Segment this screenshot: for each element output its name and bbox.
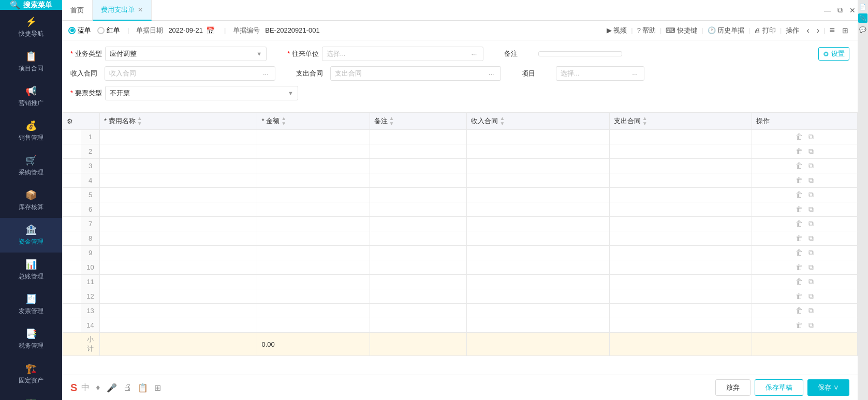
- row-amount-cell[interactable]: [257, 144, 370, 159]
- sidebar-search[interactable]: 🔍 搜索菜单: [0, 0, 62, 10]
- sidebar-item-purchase[interactable]: 🛒 采购管理: [0, 149, 62, 183]
- expense-contract-more[interactable]: ···: [487, 70, 496, 78]
- right-panel-chat-btn[interactable]: 💬: [858, 25, 867, 34]
- footer-icon-grid[interactable]: ⊞: [152, 382, 163, 394]
- minimize-btn[interactable]: —: [822, 5, 833, 16]
- row-amount-cell[interactable]: [257, 260, 370, 275]
- row-income-cell[interactable]: [467, 217, 609, 231]
- row-name-cell[interactable]: [100, 173, 257, 188]
- row-income-cell[interactable]: [467, 173, 609, 188]
- right-panel-attach-btn[interactable]: 📎: [858, 13, 867, 23]
- row-name-cell[interactable]: [100, 260, 257, 275]
- remark-input[interactable]: [538, 51, 622, 56]
- discard-button[interactable]: 放弃: [715, 379, 751, 396]
- restore-btn[interactable]: ⧉: [835, 5, 845, 16]
- blue-bill-radio[interactable]: 蓝单: [68, 26, 91, 35]
- sidebar-item-project-contract[interactable]: 📋 项目合同: [0, 45, 62, 79]
- th-income[interactable]: 收入合同 ▲▼: [467, 113, 609, 130]
- sidebar-item-tax[interactable]: 📑 税务管理: [0, 322, 62, 357]
- ops-btn[interactable]: 操作: [783, 25, 802, 36]
- row-delete-btn[interactable]: 🗑: [793, 204, 805, 214]
- tab-expense-close[interactable]: ✕: [138, 6, 143, 13]
- row-income-cell[interactable]: [467, 260, 609, 275]
- row-amount-cell[interactable]: [257, 130, 370, 144]
- row-income-cell[interactable]: [467, 144, 609, 159]
- sidebar-item-marketing[interactable]: 📢 营销推广: [0, 79, 62, 114]
- row-delete-btn[interactable]: 🗑: [793, 248, 805, 257]
- row-delete-btn[interactable]: 🗑: [793, 277, 805, 286]
- row-income-cell[interactable]: [467, 289, 609, 304]
- row-amount-cell[interactable]: [257, 202, 370, 217]
- save-draft-button[interactable]: 保存草稿: [755, 379, 803, 396]
- footer-icon-mic[interactable]: 🎤: [105, 382, 119, 394]
- row-name-cell[interactable]: [100, 159, 257, 173]
- sidebar-item-capital[interactable]: 🏦 资金管理: [0, 218, 62, 253]
- row-expense-cell[interactable]: [609, 289, 752, 304]
- footer-icon-diamond[interactable]: ♦: [94, 382, 102, 393]
- income-contract-input[interactable]: 收入合同 ···: [105, 66, 275, 81]
- sidebar-item-salary[interactable]: 💵 工资: [0, 391, 62, 400]
- print-btn[interactable]: 🖨 打印: [751, 25, 779, 36]
- row-expense-cell[interactable]: [609, 202, 752, 217]
- row-name-cell[interactable]: [100, 144, 257, 159]
- row-copy-btn[interactable]: ⧉: [806, 161, 816, 170]
- row-expense-cell[interactable]: [609, 260, 752, 275]
- row-copy-btn[interactable]: ⧉: [806, 248, 816, 257]
- row-delete-btn[interactable]: 🗑: [793, 219, 805, 228]
- row-name-cell[interactable]: [100, 275, 257, 289]
- row-amount-cell[interactable]: [257, 188, 370, 202]
- footer-icon-zhong[interactable]: 中: [79, 381, 92, 394]
- row-expense-cell[interactable]: [609, 130, 752, 144]
- row-copy-btn[interactable]: ⧉: [806, 190, 816, 199]
- th-note[interactable]: 备注 ▲▼: [370, 113, 467, 130]
- row-delete-btn[interactable]: 🗑: [793, 175, 805, 185]
- expense-contract-input[interactable]: 支出合同 ···: [330, 66, 501, 81]
- row-note-cell[interactable]: [370, 188, 467, 202]
- invoice-type-select[interactable]: 不开票 ▼: [105, 86, 298, 100]
- row-income-cell[interactable]: [467, 246, 609, 260]
- row-copy-btn[interactable]: ⧉: [806, 146, 816, 156]
- th-name[interactable]: * 费用名称 ▲▼: [100, 113, 257, 130]
- row-income-cell[interactable]: [467, 202, 609, 217]
- row-name-cell[interactable]: [100, 304, 257, 318]
- row-income-cell[interactable]: [467, 188, 609, 202]
- sidebar-item-invoice[interactable]: 🧾 发票管理: [0, 287, 62, 322]
- row-delete-btn[interactable]: 🗑: [793, 306, 805, 315]
- row-income-cell[interactable]: [467, 130, 609, 144]
- row-income-cell[interactable]: [467, 159, 609, 173]
- row-copy-btn[interactable]: ⧉: [806, 262, 816, 272]
- business-type-select[interactable]: 应付调整 ▼: [105, 47, 267, 61]
- row-delete-btn[interactable]: 🗑: [793, 291, 805, 301]
- row-name-cell[interactable]: [100, 217, 257, 231]
- row-note-cell[interactable]: [370, 231, 467, 246]
- row-income-cell[interactable]: [467, 304, 609, 318]
- row-expense-cell[interactable]: [609, 318, 752, 333]
- row-amount-cell[interactable]: [257, 231, 370, 246]
- tab-expense[interactable]: 费用支出单 ✕: [93, 0, 152, 21]
- row-copy-btn[interactable]: ⧉: [806, 291, 816, 301]
- row-copy-btn[interactable]: ⧉: [806, 219, 816, 228]
- sidebar-item-sales[interactable]: 💰 销售管理: [0, 114, 62, 149]
- help-btn[interactable]: ? 帮助: [634, 25, 659, 36]
- row-note-cell[interactable]: [370, 144, 467, 159]
- row-expense-cell[interactable]: [609, 173, 752, 188]
- row-name-cell[interactable]: [100, 289, 257, 304]
- row-amount-cell[interactable]: [257, 246, 370, 260]
- grid-view-btn[interactable]: ⊞: [839, 25, 851, 36]
- row-amount-cell[interactable]: [257, 217, 370, 231]
- row-delete-btn[interactable]: 🗑: [793, 190, 805, 199]
- row-income-cell[interactable]: [467, 231, 609, 246]
- row-expense-cell[interactable]: [609, 144, 752, 159]
- row-expense-cell[interactable]: [609, 188, 752, 202]
- income-contract-more[interactable]: ···: [261, 70, 271, 78]
- right-panel-doc-btn[interactable]: 📄: [858, 2, 867, 11]
- row-expense-cell[interactable]: [609, 217, 752, 231]
- footer-icon-print2[interactable]: 🖨: [121, 382, 134, 393]
- sidebar-item-fixed-assets[interactable]: 🏗️ 固定资产: [0, 357, 62, 391]
- row-name-cell[interactable]: [100, 231, 257, 246]
- row-note-cell[interactable]: [370, 289, 467, 304]
- nav-prev-btn[interactable]: ‹: [803, 25, 812, 36]
- row-delete-btn[interactable]: 🗑: [793, 146, 805, 156]
- sidebar-item-quick-nav[interactable]: ⚡ 快捷导航: [0, 10, 62, 45]
- row-note-cell[interactable]: [370, 173, 467, 188]
